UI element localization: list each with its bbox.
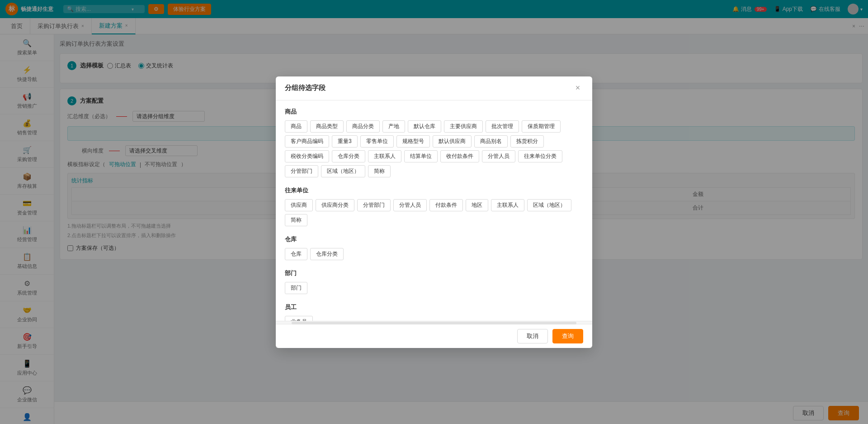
h-scroll-thumb[interactable] [292,322,576,324]
field-tag-default-warehouse[interactable]: 默认仓库 [408,120,441,133]
field-tag-payment-terms[interactable]: 收付款条件 [440,150,479,162]
employee-section-title: 员工 [285,303,583,311]
field-tag-settlement-unit[interactable]: 结算单位 [404,150,438,162]
field-tag-department[interactable]: 部门 [285,282,307,294]
counterpart-section-title: 往来单位 [285,186,583,195]
warehouse-section-title: 仓库 [285,235,583,243]
field-tag-customer-code[interactable]: 客户商品编码 [285,135,329,148]
field-tag-region-sup[interactable]: 地区 [466,199,488,211]
field-tag-supplier[interactable]: 供应商 [285,199,313,211]
modal-cancel-btn[interactable]: 取消 [517,329,548,343]
field-tag-region-goods[interactable]: 区域（地区） [321,165,365,177]
field-tag-region2-sup[interactable]: 区域（地区） [527,199,571,211]
field-tag-goods-category[interactable]: 商品分类 [346,120,380,133]
field-tag-payment-cond[interactable]: 付款条件 [429,199,463,211]
modal-footer: 取消 查询 [276,324,592,348]
warehouse-field-tags: 仓库 仓库分类 [285,248,583,260]
modal-dialog: 分组待选字段 × 商品 商品 商品类型 商品分类 产地 默认仓库 主要供应商 批… [276,76,592,348]
field-tag-supervisor[interactable]: 分管人员 [482,150,515,162]
dept-field-tags: 部门 [285,282,583,294]
field-tag-dept[interactable]: 分管部门 [285,165,318,177]
goods-field-tags: 商品 商品类型 商品分类 产地 默认仓库 主要供应商 批次管理 保质期管理 客户… [285,120,583,177]
field-tag-expiry-mgmt[interactable]: 保质期管理 [522,120,561,133]
modal-horizontal-scrollbar [276,321,592,324]
field-tag-pick-points[interactable]: 拣货积分 [510,135,544,148]
field-tag-sup-dept[interactable]: 分管部门 [357,199,391,211]
field-tag-salesperson[interactable]: 业务员 [285,316,313,321]
modal-body: 商品 商品 商品类型 商品分类 产地 默认仓库 主要供应商 批次管理 保质期管理… [276,100,592,321]
field-tag-sup-personnel[interactable]: 分管人员 [393,199,427,211]
modal-overlay: 分组待选字段 × 商品 商品 商品类型 商品分类 产地 默认仓库 主要供应商 批… [0,0,868,424]
counterpart-field-tags: 供应商 供应商分类 分管部门 分管人员 付款条件 地区 主联系人 区域（地区） … [285,199,583,226]
field-tag-default-supplier[interactable]: 默认供应商 [433,135,472,148]
modal-confirm-btn[interactable]: 查询 [552,329,583,343]
goods-section: 商品 商品 商品类型 商品分类 产地 默认仓库 主要供应商 批次管理 保质期管理… [285,108,583,177]
field-tag-goods-alias[interactable]: 商品别名 [474,135,508,148]
modal-close-btn[interactable]: × [572,83,583,94]
field-tag-goods-type[interactable]: 商品类型 [310,120,344,133]
field-tag-main-contact-sup[interactable]: 主联系人 [491,199,524,211]
field-tag-main-contact[interactable]: 主联系人 [368,150,401,162]
employee-field-tags: 业务员 [285,316,583,321]
field-tag-short-name-sup[interactable]: 简称 [285,214,307,226]
warehouse-section: 仓库 仓库 仓库分类 [285,235,583,260]
field-tag-origin[interactable]: 产地 [382,120,405,133]
field-tag-warehouse[interactable]: 仓库 [285,248,307,260]
field-tag-supplier-cat[interactable]: 供应商分类 [316,199,354,211]
field-tag-main-supplier[interactable]: 主要供应商 [444,120,483,133]
modal-header: 分组待选字段 × [276,76,592,100]
field-tag-retail-unit[interactable]: 零售单位 [360,135,394,148]
field-tag-tax-code[interactable]: 税收分类编码 [285,150,329,162]
field-tag-warehouse-cat[interactable]: 仓库分类 [332,150,365,162]
field-tag-counterpart-cat[interactable]: 往来单位分类 [518,150,562,162]
employee-section: 员工 业务员 [285,303,583,321]
field-tag-warehouse-category[interactable]: 仓库分类 [310,248,344,260]
field-tag-weight3[interactable]: 重量3 [332,135,358,148]
field-tag-goods[interactable]: 商品 [285,120,307,133]
field-tag-short-name-goods[interactable]: 简称 [368,165,391,177]
field-tag-spec-model[interactable]: 规格型号 [396,135,430,148]
goods-section-title: 商品 [285,108,583,116]
dept-section-title: 部门 [285,269,583,277]
modal-title: 分组待选字段 [285,84,326,92]
field-tag-batch-mgmt[interactable]: 批次管理 [486,120,519,133]
counterpart-section: 往来单位 供应商 供应商分类 分管部门 分管人员 付款条件 地区 主联系人 区域… [285,186,583,226]
dept-section: 部门 部门 [285,269,583,294]
